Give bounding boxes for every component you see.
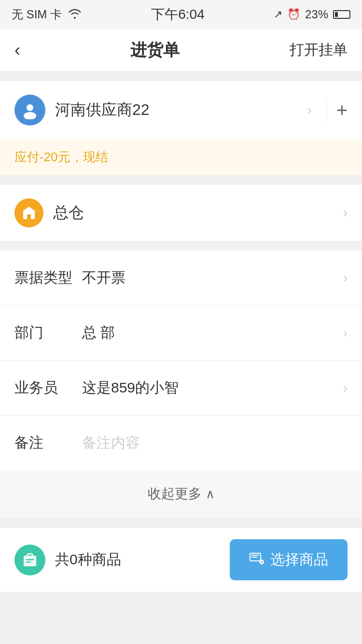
invoice-type-value: 不开票 — [82, 268, 343, 288]
notice-text: 应付-20元，现结 — [14, 150, 108, 164]
form-section: 票据类型 不开票 › 部门 总 部 › 业务员 这是859的小智 › 备注 备注… — [0, 251, 362, 470]
add-supplier-button[interactable]: + — [326, 99, 348, 121]
svg-marker-3 — [22, 207, 36, 211]
department-row[interactable]: 部门 总 部 › — [0, 305, 362, 360]
svg-rect-5 — [24, 556, 36, 566]
page-title: 进货单 — [130, 39, 180, 61]
battery-icon — [333, 10, 350, 19]
salesperson-chevron-icon: › — [343, 380, 348, 396]
section-gap-1 — [0, 71, 362, 81]
select-product-button[interactable]: 选择商品 — [230, 539, 348, 580]
supplier-row[interactable]: 河南供应商22 › + — [0, 81, 362, 139]
battery-percent: 23% — [305, 8, 328, 21]
department-label: 部门 — [14, 323, 82, 343]
section-gap-2 — [0, 175, 362, 185]
svg-rect-6 — [26, 559, 34, 560]
warehouse-section: 总仓 › — [0, 185, 362, 241]
supplier-chevron-icon: › — [307, 102, 311, 118]
status-bar: 无 SIM 卡 下午6:04 ↗ ⏰ 23% — [0, 0, 362, 29]
location-icon: ↗ — [274, 8, 282, 21]
alarm-icon: ⏰ — [287, 8, 300, 21]
nav-bar: ‹ 进货单 打开挂单 — [0, 29, 362, 71]
invoice-type-row[interactable]: 票据类型 不开票 › — [0, 251, 362, 305]
status-right: ↗ ⏰ 23% — [274, 8, 350, 21]
supplier-section: 河南供应商22 › + 应付-20元，现结 — [0, 81, 362, 175]
invoice-type-chevron-icon: › — [343, 270, 348, 286]
salesperson-label: 业务员 — [14, 378, 82, 398]
bottom-bar: 共0种商品 选择商品 — [0, 527, 362, 592]
supplier-name: 河南供应商22 — [55, 99, 307, 121]
page-background — [0, 592, 362, 644]
remark-label: 备注 — [14, 433, 82, 453]
svg-rect-4 — [27, 214, 31, 219]
collapse-button[interactable]: 收起更多 ∧ — [0, 470, 362, 518]
notice-bar: 应付-20元，现结 — [0, 139, 362, 175]
invoice-type-label: 票据类型 — [14, 268, 82, 288]
section-gap-4 — [0, 518, 362, 527]
salesperson-value: 这是859的小智 — [82, 378, 343, 398]
section-gap-3 — [0, 241, 362, 251]
warehouse-chevron-icon: › — [343, 205, 348, 221]
supplier-avatar — [14, 95, 45, 126]
svg-point-0 — [27, 104, 33, 111]
wifi-icon — [68, 7, 82, 22]
svg-rect-7 — [26, 561, 31, 563]
remark-row[interactable]: 备注 备注内容 — [0, 415, 362, 470]
carrier-text: 无 SIM 卡 — [12, 7, 62, 22]
status-left: 无 SIM 卡 — [12, 7, 82, 22]
status-time: 下午6:04 — [151, 5, 205, 24]
collapse-label: 收起更多 — [148, 485, 202, 503]
select-product-label: 选择商品 — [270, 550, 328, 570]
svg-point-1 — [24, 112, 36, 119]
warehouse-name: 总仓 — [53, 202, 343, 224]
department-chevron-icon: › — [343, 325, 348, 341]
open-pending-button[interactable]: 打开挂单 — [290, 40, 348, 60]
product-count-text: 共0种商品 — [55, 550, 230, 570]
collapse-icon: ∧ — [206, 487, 215, 502]
select-product-icon — [249, 551, 265, 568]
warehouse-row[interactable]: 总仓 › — [0, 185, 362, 241]
remark-value: 备注内容 — [82, 433, 348, 453]
salesperson-row[interactable]: 业务员 这是859的小智 › — [0, 360, 362, 415]
back-button[interactable]: ‹ — [14, 40, 20, 60]
department-value: 总 部 — [82, 323, 343, 343]
warehouse-icon — [14, 198, 43, 227]
product-icon — [14, 545, 45, 575]
